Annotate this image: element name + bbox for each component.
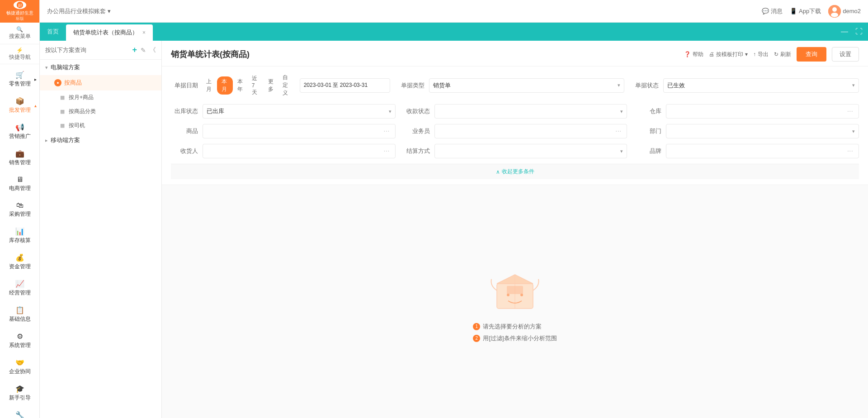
doc-type-field[interactable]: 销货单 ▾ xyxy=(429,78,625,93)
user-profile[interactable]: demo2 xyxy=(828,5,861,18)
out-status-field[interactable]: 已出库 ▾ xyxy=(203,104,396,119)
sales-icon: 💼 xyxy=(15,149,24,158)
scheme-item-by-product[interactable]: ● 按商品 xyxy=(40,75,161,90)
sidebar-item-finance[interactable]: 💰 资金管理 xyxy=(0,249,39,275)
sidebar-item-enterprise[interactable]: 🤝 企业协同 xyxy=(0,354,39,380)
department-field[interactable]: ▾ xyxy=(666,124,859,138)
doc-type-value: 销货单 xyxy=(433,81,451,90)
grid-icon: ▦ xyxy=(59,95,66,100)
nav-dropdown[interactable]: 办公用品行业模拟账套 ▾ xyxy=(47,7,111,15)
page-title: 销货单统计表(按商品) xyxy=(171,49,250,60)
mobile-scheme-label: 移动端方案 xyxy=(51,136,80,144)
export-btn[interactable]: ↑ 导出 xyxy=(753,51,769,58)
sidebar-item-operation[interactable]: 📈 经营管理 xyxy=(0,275,39,301)
payment-status-field[interactable]: ▾ xyxy=(434,104,627,119)
sidebar-item-inventory[interactable]: 📊 库存核算 xyxy=(0,223,39,249)
tab-minimize-icon[interactable]: — xyxy=(839,26,850,38)
filter-row-3: 商品 ··· 业务员 ··· 部门 ▾ xyxy=(171,124,859,138)
scheme-sub-by-driver[interactable]: ▦ 按司机 xyxy=(40,119,161,133)
sidebar-item-newbie[interactable]: 🎓 新手引导 xyxy=(0,380,39,406)
system-icon: ⚙ xyxy=(17,332,23,341)
operation-icon: 📈 xyxy=(15,280,24,288)
sidebar-item-apps[interactable]: 🔧 应用中心 xyxy=(0,406,39,418)
recipient-field[interactable]: ··· xyxy=(203,144,396,158)
product-dots-icon[interactable]: ··· xyxy=(382,127,391,135)
app-download-btn[interactable]: 📱 App下载 xyxy=(790,7,821,15)
salesperson-dots-icon[interactable]: ··· xyxy=(613,127,623,135)
brand-dots-icon[interactable]: ··· xyxy=(845,147,855,155)
warehouse-dots-icon[interactable]: ··· xyxy=(845,107,855,115)
sidebar-item-marketing[interactable]: 📢 营销推广 xyxy=(0,119,39,145)
doc-status-field[interactable]: 已生效 ▾ xyxy=(663,78,859,93)
mobile-scheme-header[interactable]: ▸ 移动端方案 xyxy=(40,133,161,148)
collapse-up-icon: ∧ xyxy=(496,169,500,175)
sidebar-item-retail[interactable]: 🛒 零售管理 ▸ xyxy=(0,66,39,92)
sidebar-item-ecommerce[interactable]: 🖥 电商管理 xyxy=(0,171,39,197)
help-btn[interactable]: ❓ 帮助 xyxy=(684,51,703,58)
grid3-icon: ▦ xyxy=(59,123,66,128)
refresh-btn[interactable]: ↻ 刷新 xyxy=(774,51,791,58)
desktop-scheme-header[interactable]: ▾ 电脑端方案 xyxy=(40,60,161,75)
left-panel-actions: + ✎ 《 xyxy=(132,45,156,55)
sidebar-item-system[interactable]: ⚙ 系统管理 xyxy=(0,328,39,354)
date-tab-more[interactable]: 更多 xyxy=(264,76,278,95)
date-range-text: 2023-03-01 至 2023-03-31 xyxy=(304,81,368,89)
date-tab-thisyear[interactable]: 本年 xyxy=(234,76,247,95)
refresh-icon: ↻ xyxy=(774,51,778,57)
scheme-sub-by-category[interactable]: ▦ 按商品分类 xyxy=(40,104,161,119)
tab-sales-stat[interactable]: 销货单统计表（按商品） × xyxy=(66,24,153,41)
settlement-arrow-icon: ▾ xyxy=(620,148,623,154)
query-button[interactable]: 查询 xyxy=(797,47,826,62)
search-menu[interactable]: 🔍 搜索菜单 xyxy=(0,23,39,44)
edit-scheme-btn[interactable]: ✎ xyxy=(141,47,146,54)
left-panel-header: 按以下方案查询 + ✎ 《 xyxy=(40,41,161,60)
template-print-btn[interactable]: 🖨 按模板打印 ▾ xyxy=(709,51,748,58)
tab-close-icon[interactable]: × xyxy=(142,29,146,36)
date-tab-7days[interactable]: 近7天 xyxy=(248,73,264,98)
doc-status-value: 已生效 xyxy=(667,81,685,90)
settings-button[interactable]: 设置 xyxy=(832,47,859,62)
tab-maximize-icon[interactable]: ⛶ xyxy=(854,26,864,38)
empty-state: 1 请先选择要分析的方案 2 用[过滤]条件来缩小分析范围 xyxy=(162,185,868,418)
help-icon: ❓ xyxy=(684,51,691,57)
add-scheme-btn[interactable]: + xyxy=(132,45,137,55)
settlement-field[interactable]: ▾ xyxy=(434,144,627,158)
empty-tip-2: 2 用[过滤]条件来缩小分析范围 xyxy=(473,334,557,342)
svg-point-4 xyxy=(831,13,838,17)
chevron-up-icon: ▴ xyxy=(34,103,37,108)
date-tab-thismonth[interactable]: 本月 xyxy=(217,76,232,95)
date-tab-custom[interactable]: 自定义 xyxy=(279,72,296,99)
quick-nav[interactable]: ⚡ 快捷导航 xyxy=(0,44,39,64)
sidebar-item-sales[interactable]: 💼 销售管理 xyxy=(0,145,39,171)
collapse-btn[interactable]: ∧ 收起更多条件 xyxy=(171,164,859,179)
svg-rect-8 xyxy=(507,286,523,294)
collapse-panel-btn[interactable]: 《 xyxy=(150,46,156,54)
recipient-dots-icon[interactable]: ··· xyxy=(382,147,391,155)
date-tab-lastmonth[interactable]: 上月 xyxy=(203,76,216,95)
left-panel-title: 按以下方案查询 xyxy=(45,46,86,54)
date-range-input[interactable]: 2023-03-01 至 2023-03-31 xyxy=(300,78,390,93)
salesperson-field[interactable]: ··· xyxy=(434,124,627,138)
message-btn[interactable]: 💬 消息 xyxy=(762,7,783,15)
svg-point-3 xyxy=(832,7,837,12)
svg-point-9 xyxy=(507,294,509,296)
sidebar-item-wholesale[interactable]: 📦 批发管理 ▴ xyxy=(0,92,39,119)
nav-icon: ⚡ xyxy=(16,47,23,53)
purchase-icon: 🛍 xyxy=(16,201,24,209)
brand-field[interactable]: ··· xyxy=(666,144,859,158)
page-actions: ❓ 帮助 🖨 按模板打印 ▾ ↑ 导出 ↻ 刷新 xyxy=(684,47,859,62)
scheme-sub-by-month-product[interactable]: ▦ 按月+商品 xyxy=(40,90,161,104)
sidebar-item-purchase[interactable]: 🛍 采购管理 xyxy=(0,197,39,223)
sidebar-item-basic[interactable]: 📋 基础信息 xyxy=(0,301,39,328)
mobile-chevron-icon: ▸ xyxy=(45,138,48,143)
doc-type-label: 单据类型 xyxy=(397,81,429,90)
desktop-scheme-label: 电脑端方案 xyxy=(51,63,80,71)
marketing-icon: 📢 xyxy=(15,123,24,132)
avatar xyxy=(828,5,841,18)
brand-label: 品牌 xyxy=(634,147,666,155)
empty-tip-1: 1 请先选择要分析的方案 xyxy=(473,323,557,331)
product-field[interactable]: ··· xyxy=(203,124,396,138)
tab-home[interactable]: 首页 xyxy=(40,23,66,41)
warehouse-field[interactable]: ··· xyxy=(666,104,859,119)
payment-status-arrow-icon: ▾ xyxy=(620,109,623,114)
